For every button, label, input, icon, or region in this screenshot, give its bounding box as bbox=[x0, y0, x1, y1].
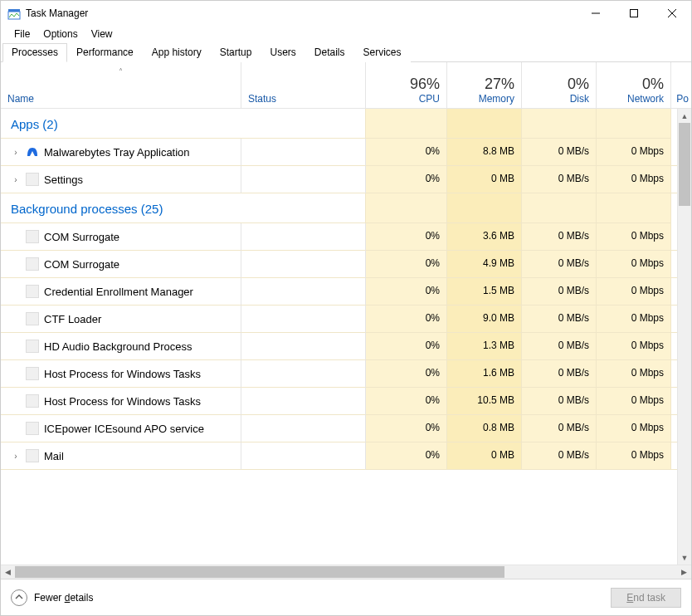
generic-app-icon bbox=[26, 312, 39, 325]
menu-options[interactable]: Options bbox=[37, 27, 84, 42]
process-disk: 0 MB/s bbox=[522, 166, 597, 193]
process-disk: 0 MB/s bbox=[522, 223, 597, 251]
window-controls bbox=[577, 1, 691, 26]
generic-app-icon bbox=[26, 257, 39, 271]
minimize-button[interactable] bbox=[577, 1, 615, 26]
horizontal-scrollbar[interactable]: ◀ ▶ bbox=[1, 565, 691, 579]
tab-app-history[interactable]: App history bbox=[143, 43, 211, 62]
menu-view[interactable]: View bbox=[85, 27, 119, 42]
process-row-name[interactable]: ›Mail bbox=[1, 442, 241, 470]
process-name: COM Surrogate bbox=[44, 258, 119, 271]
tab-users[interactable]: Users bbox=[261, 43, 305, 62]
process-row-name[interactable]: COM Surrogate bbox=[1, 251, 241, 278]
generic-app-icon bbox=[26, 340, 39, 353]
vertical-scroll-thumb[interactable] bbox=[679, 123, 690, 206]
table-header: ˄ Name Status 96% CPU 27% Memory 0% Disk… bbox=[1, 62, 691, 109]
process-network: 0 Mbps bbox=[597, 306, 671, 333]
horizontal-scroll-thumb[interactable] bbox=[15, 566, 504, 578]
process-network: 0 Mbps bbox=[597, 333, 671, 360]
scroll-right-icon[interactable]: ▶ bbox=[677, 565, 691, 579]
process-memory: 1.6 MB bbox=[447, 360, 522, 388]
scroll-left-icon[interactable]: ◀ bbox=[1, 565, 15, 579]
process-cpu: 0% bbox=[366, 333, 447, 360]
malwarebytes-icon bbox=[26, 145, 39, 159]
generic-app-icon bbox=[26, 449, 39, 462]
process-row-name[interactable]: ICEpower ICEsound APO service bbox=[1, 415, 241, 442]
svg-rect-3 bbox=[631, 10, 638, 17]
process-status bbox=[241, 251, 366, 278]
process-disk: 0 MB/s bbox=[522, 251, 597, 278]
tab-services[interactable]: Services bbox=[354, 43, 411, 62]
process-row-name[interactable]: HD Audio Background Process bbox=[1, 333, 241, 360]
fewer-details-link[interactable]: Fewer details bbox=[34, 592, 93, 604]
process-name: ICEpower ICEsound APO service bbox=[44, 423, 204, 435]
menu-file[interactable]: File bbox=[7, 27, 37, 42]
column-network[interactable]: 0% Network bbox=[597, 62, 671, 109]
process-name: Credential Enrollment Manager bbox=[44, 286, 193, 298]
process-row-name[interactable]: Host Process for Windows Tasks bbox=[1, 360, 241, 388]
column-power-truncated[interactable]: Po bbox=[671, 62, 691, 109]
process-disk: 0 MB/s bbox=[522, 278, 597, 306]
process-memory: 1.3 MB bbox=[447, 333, 522, 360]
process-status bbox=[241, 223, 366, 251]
process-name: Malwarebytes Tray Application bbox=[44, 146, 190, 159]
menu-bar: File Options View bbox=[1, 26, 691, 42]
close-button[interactable] bbox=[653, 1, 691, 26]
scroll-up-icon[interactable]: ▲ bbox=[678, 109, 691, 123]
process-status bbox=[241, 333, 366, 360]
process-status bbox=[241, 442, 366, 470]
generic-app-icon bbox=[26, 230, 39, 243]
tab-startup[interactable]: Startup bbox=[211, 43, 261, 62]
process-network: 0 Mbps bbox=[597, 415, 671, 442]
process-cpu: 0% bbox=[366, 166, 447, 193]
process-cpu: 0% bbox=[366, 388, 447, 415]
process-status bbox=[241, 166, 366, 193]
process-row-name[interactable]: Host Process for Windows Tasks bbox=[1, 388, 241, 415]
title-bar: Task Manager bbox=[1, 1, 691, 26]
process-memory: 0 MB bbox=[447, 442, 522, 470]
end-task-button[interactable]: End task bbox=[611, 588, 681, 608]
process-name: Host Process for Windows Tasks bbox=[44, 395, 201, 408]
scroll-down-icon[interactable]: ▼ bbox=[678, 550, 691, 565]
column-name[interactable]: ˄ Name bbox=[1, 62, 241, 109]
process-cpu: 0% bbox=[366, 306, 447, 333]
process-status bbox=[241, 306, 366, 333]
tab-processes[interactable]: Processes bbox=[2, 43, 67, 62]
process-cpu: 0% bbox=[366, 442, 447, 470]
process-memory: 0 MB bbox=[447, 166, 522, 193]
chevron-right-icon[interactable]: › bbox=[11, 175, 21, 184]
collapse-icon[interactable] bbox=[11, 589, 27, 606]
sort-indicator-icon: ˄ bbox=[119, 67, 123, 76]
process-network: 0 Mbps bbox=[597, 278, 671, 306]
table-body: Apps (2)›Malwarebytes Tray Application0%… bbox=[1, 109, 691, 470]
process-name: COM Surrogate bbox=[44, 231, 119, 243]
process-row-name[interactable]: ›Malwarebytes Tray Application bbox=[1, 139, 241, 166]
group-header: Background processes (25) bbox=[1, 193, 366, 223]
process-row-name[interactable]: COM Surrogate bbox=[1, 223, 241, 251]
process-row-name[interactable]: ›Settings bbox=[1, 166, 241, 193]
process-row-name[interactable]: Credential Enrollment Manager bbox=[1, 278, 241, 306]
tab-details[interactable]: Details bbox=[305, 43, 354, 62]
chevron-right-icon[interactable]: › bbox=[11, 452, 21, 461]
column-cpu[interactable]: 96% CPU bbox=[366, 62, 447, 109]
generic-app-icon bbox=[26, 422, 39, 435]
process-cpu: 0% bbox=[366, 251, 447, 278]
process-disk: 0 MB/s bbox=[522, 415, 597, 442]
process-name: CTF Loader bbox=[44, 313, 101, 325]
generic-app-icon bbox=[26, 285, 39, 298]
maximize-button[interactable] bbox=[615, 1, 653, 26]
vertical-scrollbar[interactable]: ▲ ▼ bbox=[677, 109, 691, 565]
tab-performance[interactable]: Performance bbox=[67, 43, 143, 62]
generic-app-icon bbox=[26, 367, 39, 380]
process-disk: 0 MB/s bbox=[522, 306, 597, 333]
process-name: Host Process for Windows Tasks bbox=[44, 368, 201, 380]
process-row-name[interactable]: CTF Loader bbox=[1, 306, 241, 333]
process-network: 0 Mbps bbox=[597, 442, 671, 470]
column-disk[interactable]: 0% Disk bbox=[522, 62, 597, 109]
process-disk: 0 MB/s bbox=[522, 139, 597, 166]
chevron-right-icon[interactable]: › bbox=[11, 148, 21, 157]
column-memory[interactable]: 27% Memory bbox=[447, 62, 522, 109]
column-status[interactable]: Status bbox=[241, 62, 366, 109]
process-memory: 0.8 MB bbox=[447, 415, 522, 442]
process-cpu: 0% bbox=[366, 278, 447, 306]
